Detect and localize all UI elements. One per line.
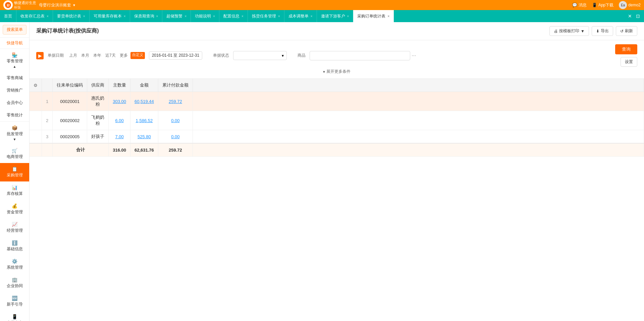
sidebar-item-retail[interactable]: 🏪 零售管理 ▲: [0, 49, 29, 72]
app-download-button[interactable]: 📱 App下载: [592, 2, 613, 8]
top-bar: 好 畅捷通好生意 标版 母婴行业演示账套 ▼ 💬 消息 📱 App下载 Ea d…: [0, 0, 644, 10]
tab-config-info[interactable]: 配置信息 ×: [219, 10, 248, 22]
sidebar-item-member[interactable]: 会员中心: [0, 97, 29, 109]
table-area: ⚙ 往来单位编码 供应商 主数量 金额 累计付款金额: [30, 79, 644, 321]
th-no: [42, 79, 53, 92]
goods-filter-input[interactable]: [310, 51, 410, 60]
sidebar-item-finance[interactable]: 💰 资金管理: [0, 200, 29, 218]
sidebar-item-basic-info[interactable]: ℹ️ 基础信息: [0, 237, 29, 255]
tab-order-summary[interactable]: 要货单统计表 ×: [53, 10, 90, 22]
column-settings-icon[interactable]: ⚙: [34, 83, 38, 88]
sidebar-item-wholesale[interactable]: 📦 批发管理 ▼: [0, 122, 29, 145]
row-supplier: 惠氏奶粉: [87, 92, 109, 111]
row-qty: 6.00: [109, 111, 130, 130]
nav-tabs: 首页 收发存汇总表 × 要货单统计表 × 可用量库存账本 × 保质期查询 × 超…: [0, 10, 644, 22]
print-button[interactable]: 🖨 按模板打印 ▼: [549, 26, 589, 36]
shortcut-last-month[interactable]: 上月: [68, 52, 78, 59]
tab-overstock-warning[interactable]: 超储预警 ×: [162, 10, 191, 22]
date-shortcuts: 上月 本月 本年 近7天 更多 自定义: [68, 52, 145, 59]
message-button[interactable]: 💬 消息: [572, 2, 587, 8]
tab-expiry-query[interactable]: 保质期查询 ×: [130, 10, 163, 22]
filter-toggle-button[interactable]: ▶: [36, 52, 44, 59]
content-inner: 采购订单统计表(按供应商) 🖨 按模板打印 ▼ ⬇ 导出 ↺ 刷新: [30, 22, 644, 321]
shortcut-more[interactable]: 更多: [118, 52, 129, 59]
maximize-button[interactable]: ⊡: [635, 12, 641, 20]
tab-cost-adjust[interactable]: 成本调整单 ×: [284, 10, 317, 22]
close-tab-picking-task[interactable]: ×: [278, 14, 280, 18]
close-all-tabs-button[interactable]: ✕: [627, 12, 633, 20]
app-download-icon: 📱: [592, 3, 597, 7]
footer-label: 合计: [53, 143, 109, 157]
sidebar-item-operations[interactable]: 📈 经营管理: [0, 218, 29, 237]
close-tab-config-info[interactable]: ×: [241, 14, 244, 18]
query-button[interactable]: 查询: [615, 44, 637, 54]
finance-icon: 💰: [12, 203, 17, 209]
date-range-display[interactable]: 2016-01-01 至 2023-12-31: [149, 51, 202, 60]
export-button[interactable]: ⬇ 导出: [592, 26, 613, 36]
sidebar-item-inventory[interactable]: 📊 库存核算: [0, 181, 29, 200]
close-tab-purchase-summary[interactable]: ×: [387, 14, 389, 18]
status-select[interactable]: ▾: [233, 51, 287, 60]
tab-inventory-ledger[interactable]: 可用量库存账本 ×: [90, 10, 130, 22]
shortcut-7days[interactable]: 近7天: [104, 52, 117, 59]
goods-more-icon[interactable]: ···: [412, 53, 416, 59]
close-tab-invite-downstream[interactable]: ×: [347, 14, 349, 18]
tab-receive-summary[interactable]: 收发存汇总表 ×: [16, 10, 53, 22]
row-amount: 525.80: [130, 130, 158, 144]
close-tab-overstock-warning[interactable]: ×: [184, 14, 186, 18]
footer-amount: 62,631.76: [130, 143, 158, 157]
close-tab-inventory-ledger[interactable]: ×: [124, 14, 126, 18]
close-tab-order-summary[interactable]: ×: [83, 14, 85, 18]
sidebar-item-system[interactable]: ⚙️ 系统管理: [0, 255, 29, 274]
refresh-button[interactable]: ↺ 刷新: [616, 26, 637, 36]
sidebar-item-app-center[interactable]: 📱 应用中心: [0, 311, 29, 321]
ecommerce-icon: 🛒: [12, 148, 17, 153]
expand-more-row: ▾ 展开更多条件: [36, 67, 637, 74]
shortcut-this-year[interactable]: 本年: [92, 52, 103, 59]
export-icon: ⬇: [596, 29, 599, 34]
row-settings: [30, 92, 42, 111]
logo-text: 畅捷通好生意 标版: [14, 1, 36, 9]
settings-button[interactable]: 设置: [621, 57, 637, 67]
close-tab-receive-summary[interactable]: ×: [47, 14, 49, 18]
tab-invite-downstream[interactable]: 邀请下游客户 ×: [317, 10, 354, 22]
app-center-icon: 📱: [12, 314, 17, 319]
footer-qty: 316.00: [109, 143, 130, 157]
inventory-icon: 📊: [12, 185, 17, 190]
print-arrow-icon: ▼: [581, 29, 585, 34]
sidebar-item-purchase[interactable]: 📋 采购管理: [0, 163, 29, 181]
user-profile[interactable]: Ea demo2: [619, 1, 641, 9]
goods-filter-label: 商品: [298, 53, 306, 58]
tab-picking-task[interactable]: 拣货任务管理 ×: [248, 10, 284, 22]
expand-more-button[interactable]: ▾ 展开更多条件: [323, 67, 351, 74]
close-tab-cost-adjust[interactable]: ×: [311, 14, 313, 18]
row-supplier: 好孩子: [87, 130, 109, 144]
tab-purchase-summary[interactable]: 采购订单统计表 ×: [353, 10, 394, 22]
sidebar-item-ecommerce[interactable]: 🛒 电商管理: [0, 145, 29, 163]
close-tab-expiry-query[interactable]: ×: [156, 14, 158, 18]
search-menu-button[interactable]: 搜索菜单: [3, 25, 26, 35]
svg-text:好: 好: [6, 4, 10, 7]
status-select-arrow: ▾: [282, 53, 284, 58]
sidebar-item-retail-shop[interactable]: 零售商城: [0, 72, 29, 84]
th-extra: [193, 79, 644, 92]
workspace-selector[interactable]: 母婴行业演示账套 ▼: [39, 2, 76, 8]
quick-nav-button[interactable]: 快捷导航: [7, 41, 23, 45]
enterprise-icon: 🏢: [12, 277, 17, 282]
sidebar-item-new-guide[interactable]: 🆕 新手引导: [0, 292, 29, 311]
th-code: 往来单位编码: [53, 79, 87, 92]
retail-icon: 🏪: [12, 52, 17, 58]
shortcut-this-month[interactable]: 本月: [80, 52, 91, 59]
sidebar-item-retail-stats[interactable]: 零售统计: [0, 109, 29, 121]
logo-icon: 好: [3, 0, 13, 10]
tab-home[interactable]: 首页: [0, 10, 16, 22]
th-qty: 主数量: [109, 79, 130, 92]
data-table: ⚙ 往来单位编码 供应商 主数量 金额 累计付款金额: [30, 79, 644, 157]
tab-function-desc[interactable]: 功能说明 ×: [191, 10, 219, 22]
row-qty: 303.00: [109, 92, 130, 111]
sidebar-search-section: 搜索菜单: [0, 22, 29, 38]
sidebar-item-marketing[interactable]: 营销推广: [0, 84, 29, 97]
sidebar: 搜索菜单 快捷导航 🏪 零售管理 ▲ 零售商城 营销推广 会员中心: [0, 22, 30, 321]
close-tab-function-desc[interactable]: ×: [213, 14, 215, 18]
sidebar-item-enterprise[interactable]: 🏢 企业协同: [0, 274, 29, 292]
